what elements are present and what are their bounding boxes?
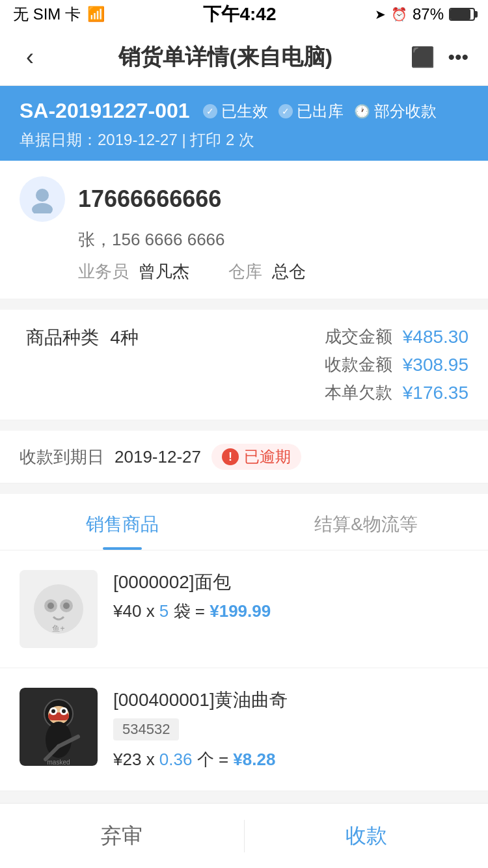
product-unit-2: 个 bbox=[197, 750, 214, 769]
badge-partial-label: 部分收款 bbox=[374, 101, 437, 122]
wifi-icon: 📶 bbox=[87, 6, 105, 23]
due-section: 收款到期日 2019-12-27 ! 已逾期 bbox=[0, 431, 488, 483]
warehouse-value: 总仓 bbox=[272, 262, 306, 281]
salesperson-value: 曾凡杰 bbox=[139, 262, 189, 281]
product-image-icon-2: masked bbox=[20, 688, 98, 766]
user-avatar-icon bbox=[28, 185, 57, 213]
battery-icon bbox=[449, 8, 475, 21]
check-icon-2: ✓ bbox=[278, 104, 293, 118]
product-image-icon-1: 鱼+ bbox=[33, 583, 85, 635]
share-icon[interactable]: ⬛ bbox=[411, 46, 435, 68]
status-badges: ✓ 已生效 ✓ 已出库 🕐 部分收款 bbox=[203, 101, 437, 122]
product-name-2: [000400001]黄油曲奇 bbox=[113, 688, 468, 712]
product-info-1: [0000002]面包 ¥40 x 5 袋 = ¥199.99 bbox=[113, 570, 468, 623]
deal-stat: 成交金额 ¥485.30 bbox=[325, 325, 468, 348]
product-total-1: ¥199.99 bbox=[210, 601, 271, 621]
receipt-label: 收款金额 bbox=[325, 353, 392, 376]
svg-point-6 bbox=[63, 603, 70, 609]
cancel-button[interactable]: 弃审 bbox=[0, 809, 244, 863]
product-list: 鱼+ [0000002]面包 ¥40 x 5 袋 = ¥199.99 bbox=[0, 550, 488, 791]
due-label: 收款到期日 bbox=[20, 446, 104, 468]
svg-point-0 bbox=[36, 189, 49, 202]
product-thumbnail-1: 鱼+ bbox=[20, 570, 98, 648]
svg-text:masked: masked bbox=[47, 759, 70, 766]
tabs-row: 销售商品 结算&物流等 bbox=[0, 494, 488, 550]
tab-sales-products[interactable]: 销售商品 bbox=[0, 494, 244, 550]
confirm-button[interactable]: 收款 bbox=[245, 809, 489, 863]
order-id: SA-20191227-001 bbox=[20, 99, 190, 123]
badge-effective: ✓ 已生效 bbox=[203, 101, 268, 122]
category-stat: 商品种类 4种 bbox=[20, 325, 139, 350]
overdue-icon: ! bbox=[222, 448, 239, 465]
customer-name-phone: 张，156 6666 6666 bbox=[78, 228, 468, 251]
badge-shipped-label: 已出库 bbox=[297, 101, 344, 122]
product-info-2: [000400001]黄油曲奇 534532 ¥23 x 0.36 个 = ¥8… bbox=[113, 688, 468, 771]
debt-value: ¥176.35 bbox=[403, 383, 468, 403]
product-equals-1: = bbox=[195, 601, 210, 621]
stats-section: 商品种类 4种 成交金额 ¥485.30 收款金额 ¥308.95 本单欠款 ¥… bbox=[0, 310, 488, 420]
svg-point-15 bbox=[62, 709, 66, 713]
svg-point-14 bbox=[51, 709, 55, 713]
product-price-row-2: ¥23 x 0.36 个 = ¥8.28 bbox=[113, 748, 468, 771]
category-label: 商品种类 bbox=[26, 327, 99, 347]
page-title: 销货单详情(来自电脑) bbox=[118, 42, 332, 72]
tab-settlement-label: 结算&物流等 bbox=[314, 514, 418, 534]
back-button[interactable]: ‹ bbox=[20, 37, 40, 77]
status-bar: 无 SIM 卡 📶 下午4:42 ➤ ⏰ 87% bbox=[0, 0, 488, 29]
product-thumbnail-2: masked bbox=[20, 688, 98, 766]
product-sku-2: 534532 bbox=[113, 718, 179, 740]
product-price-1: ¥40 bbox=[113, 601, 141, 621]
carrier-text: 无 SIM 卡 bbox=[13, 4, 81, 25]
list-item: masked [000400001]黄油曲奇 534532 ¥23 x 0.36… bbox=[0, 668, 488, 791]
location-icon: ➤ bbox=[375, 7, 386, 22]
product-total-2: ¥8.28 bbox=[233, 750, 275, 769]
status-left: 无 SIM 卡 📶 bbox=[13, 4, 105, 25]
tabs-section: 销售商品 结算&物流等 bbox=[0, 494, 488, 550]
avatar bbox=[20, 176, 65, 222]
deal-value: ¥485.30 bbox=[403, 327, 468, 347]
badge-partial: 🕐 部分收款 bbox=[354, 101, 437, 122]
stats-grid: 商品种类 4种 成交金额 ¥485.30 收款金额 ¥308.95 本单欠款 ¥… bbox=[20, 325, 468, 404]
order-meta: 单据日期：2019-12-27 | 打印 2 次 bbox=[20, 129, 468, 150]
order-header: SA-20191227-001 ✓ 已生效 ✓ 已出库 🕐 部分收款 单据日期：… bbox=[0, 86, 488, 161]
order-print: 打印 2 次 bbox=[190, 131, 254, 148]
badge-shipped: ✓ 已出库 bbox=[278, 101, 344, 122]
battery-text: 87% bbox=[413, 5, 444, 23]
tab-settlement[interactable]: 结算&物流等 bbox=[244, 494, 488, 550]
tab-sales-label: 销售商品 bbox=[86, 514, 159, 534]
due-date: 2019-12-27 bbox=[115, 447, 201, 467]
salesperson-label: 业务员 bbox=[78, 262, 129, 281]
list-item: 鱼+ [0000002]面包 ¥40 x 5 袋 = ¥199.99 bbox=[0, 550, 488, 668]
customer-row: 17666666666 bbox=[20, 176, 468, 222]
product-unit-1: 袋 bbox=[174, 601, 191, 621]
overdue-badge: ! 已逾期 bbox=[211, 444, 301, 470]
nav-actions: ⬛ ••• bbox=[411, 46, 468, 68]
stats-left: 商品种类 4种 bbox=[20, 325, 139, 350]
customer-info: 业务员 曾凡杰 仓库 总仓 bbox=[78, 260, 468, 283]
svg-point-1 bbox=[32, 203, 53, 213]
salesperson-info: 业务员 曾凡杰 bbox=[78, 260, 189, 283]
debt-label: 本单欠款 bbox=[325, 381, 392, 404]
stats-right: 成交金额 ¥485.30 收款金额 ¥308.95 本单欠款 ¥176.35 bbox=[325, 325, 468, 404]
category-value: 4种 bbox=[110, 327, 139, 347]
order-separator: | bbox=[182, 131, 190, 148]
receipt-value: ¥308.95 bbox=[403, 355, 468, 375]
customer-id: 17666666666 bbox=[78, 185, 221, 213]
debt-stat: 本单欠款 ¥176.35 bbox=[325, 381, 468, 404]
receipt-stat: 收款金额 ¥308.95 bbox=[325, 353, 468, 376]
overdue-text: 已逾期 bbox=[244, 446, 291, 467]
svg-text:鱼+: 鱼+ bbox=[52, 624, 64, 633]
order-date: 单据日期：2019-12-27 bbox=[20, 131, 178, 148]
customer-section: 17666666666 张，156 6666 6666 业务员 曾凡杰 仓库 总… bbox=[0, 161, 488, 299]
svg-point-5 bbox=[47, 603, 54, 609]
product-name-1: [0000002]面包 bbox=[113, 570, 468, 595]
more-icon[interactable]: ••• bbox=[448, 46, 468, 68]
check-icon-1: ✓ bbox=[203, 104, 217, 118]
status-right: ➤ ⏰ 87% bbox=[375, 5, 475, 23]
clock-icon: 🕐 bbox=[354, 103, 370, 119]
product-qty-1: 5 bbox=[159, 601, 169, 621]
badge-effective-label: 已生效 bbox=[221, 101, 268, 122]
product-multiply-2: x bbox=[146, 750, 159, 769]
product-qty-2: 0.36 bbox=[159, 750, 193, 769]
bottom-bar: 弃审 收款 bbox=[0, 803, 488, 868]
